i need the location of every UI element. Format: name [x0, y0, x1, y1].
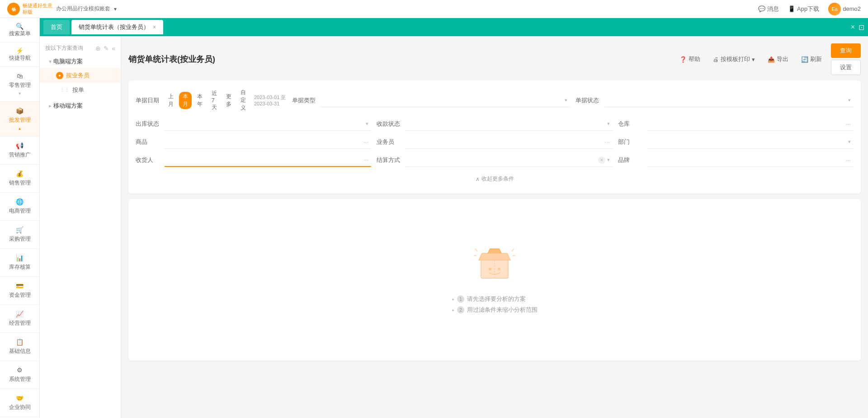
- receipt-status-label: 收款状态: [377, 120, 400, 128]
- settings-button[interactable]: 设置: [831, 60, 861, 75]
- receiver-dots-icon: ···: [363, 156, 369, 163]
- header-right: 💬 消息 📱 App下载 Ea demo2: [758, 3, 861, 15]
- sub-sidebar-group-pc-header[interactable]: ▾ 电脑端方案: [40, 55, 121, 68]
- logo-area: 畅 畅捷通好生意 标版: [7, 3, 52, 15]
- brand-label: 品牌: [618, 156, 642, 164]
- salesperson-select[interactable]: ···: [406, 135, 612, 149]
- header-left: 畅 畅捷通好生意 标版 办公用品行业模拟账套 ▾: [7, 3, 117, 15]
- sidebar: 🔍 搜索菜单 ⚡ 快捷导航 🛍 零售管理 ▾ 📦 批发管理 ▴ 📢 营销推广 💰…: [0, 18, 40, 418]
- logo-text: 畅捷通好生意 标版: [23, 3, 52, 14]
- dept-arrow-icon: ▾: [848, 139, 851, 145]
- sub-sidebar-group-mobile-header[interactable]: ▸ 移动端方案: [40, 99, 121, 113]
- date-tab-this-year[interactable]: 本年: [193, 92, 206, 109]
- maximize-tab-btn[interactable]: ⊡: [859, 23, 864, 32]
- sidebar-item-finance[interactable]: 💳 资金管理: [0, 277, 39, 305]
- filter-row-3: 商品 ··· 业务员 ··· 部门 ▾: [136, 135, 854, 149]
- home-tab-label: 首页: [51, 23, 62, 31]
- date-tab-custom[interactable]: 自定义: [237, 88, 250, 113]
- sidebar-item-retail[interactable]: 🛍 零售管理 ▾: [0, 67, 39, 102]
- sub-sidebar-item-by-salesperson[interactable]: ● 按业务员: [40, 68, 121, 83]
- date-filter-area: 上月 本月 本年 近7天 更多 自定义 2023-03-01 至 2023-03…: [165, 88, 287, 113]
- sub-sidebar-actions: ⊕ ✎ «: [95, 45, 115, 52]
- sidebar-item-operation[interactable]: 📈 经营管理: [0, 305, 39, 333]
- sidebar-item-ecommerce[interactable]: 🌐 电商管理: [0, 193, 39, 221]
- brand-dots-icon: ···: [845, 157, 851, 164]
- filter-row-2: 出库状态 ▾ 收款状态 ▾ 仓库 ···: [136, 117, 854, 131]
- receiver-input[interactable]: ···: [165, 153, 371, 167]
- download-icon: 📱: [788, 5, 795, 12]
- goods-select[interactable]: ···: [165, 135, 371, 149]
- tab-bar-right: × ⊡: [851, 23, 864, 32]
- sidebar-item-system[interactable]: ⚙ 系统管理: [0, 361, 39, 389]
- date-range-text: 2023-03-01 至 2023-03-31: [254, 94, 287, 106]
- tab-bar: 首页 销货单统计表（按业务员） × × ⊡: [40, 18, 868, 36]
- svg-point-9: [498, 268, 500, 271]
- settlement-clear-btn[interactable]: ×: [598, 157, 605, 164]
- dept-select[interactable]: ▾: [647, 135, 854, 149]
- warehouse-select[interactable]: ···: [647, 117, 854, 131]
- search-menu-btn[interactable]: 🔍 搜索菜单: [0, 18, 39, 43]
- avatar: Ea: [828, 3, 841, 15]
- settlement-arrow-icon: ▾: [607, 157, 610, 163]
- collapse-sub-sidebar-btn[interactable]: «: [112, 45, 115, 52]
- add-scheme-btn[interactable]: ⊕: [95, 45, 101, 52]
- minimize-tab-btn[interactable]: ×: [851, 23, 855, 31]
- pc-group-expand-icon: ▾: [49, 58, 52, 65]
- svg-line-5: [512, 249, 514, 251]
- out-status-arrow-icon: ▾: [366, 121, 368, 127]
- collapse-bar[interactable]: ∧ 收起更多条件: [136, 171, 854, 186]
- empty-illustration: [472, 244, 517, 286]
- page-title: 销货单统计表(按业务员): [128, 54, 215, 65]
- doc-status-select[interactable]: ▾: [604, 94, 854, 107]
- refresh-btn[interactable]: 🔄 刷新: [797, 53, 826, 65]
- sidebar-item-sales[interactable]: 💰 销售管理: [0, 165, 39, 193]
- brand-select[interactable]: ···: [647, 153, 854, 167]
- main-layout: 🔍 搜索菜单 ⚡ 快捷导航 🛍 零售管理 ▾ 📦 批发管理 ▴ 📢 营销推广 💰…: [0, 18, 868, 418]
- app-download-btn[interactable]: 📱 App下载: [788, 5, 819, 13]
- doc-type-select[interactable]: ▾: [321, 94, 570, 107]
- sub-sidebar-item-by-order[interactable]: ⋮⋮ 按单: [40, 83, 121, 97]
- sidebar-item-cooperation[interactable]: 🤝 企业协同: [0, 389, 39, 417]
- settlement-select[interactable]: × ▾: [406, 153, 612, 167]
- query-button[interactable]: 查询: [831, 43, 861, 58]
- date-tab-7days[interactable]: 近7天: [208, 89, 221, 112]
- sidebar-item-wholesale[interactable]: 📦 批发管理 ▴: [0, 102, 39, 137]
- empty-state: 1 请先选择要分析的方案 2 用过滤条件来缩小分析范围: [137, 217, 852, 342]
- sub-sidebar-group-pc: ▾ 电脑端方案 ● 按业务员 ⋮⋮ 按单: [40, 55, 121, 97]
- message-btn[interactable]: 💬 消息: [758, 5, 779, 13]
- dept-label: 部门: [618, 138, 642, 146]
- quick-nav-btn[interactable]: ⚡ 快捷导航: [0, 43, 39, 67]
- print-dropdown-icon: ▾: [752, 56, 755, 63]
- sub-sidebar-group-mobile: ▸ 移动端方案: [40, 99, 121, 113]
- header-dropdown[interactable]: ▾: [114, 6, 117, 12]
- edit-scheme-btn[interactable]: ✎: [104, 45, 109, 52]
- receipt-status-select[interactable]: ▾: [406, 117, 612, 131]
- content-area: 首页 销货单统计表（按业务员） × × ⊡ 按以下方案查询 ⊕ ✎ «: [40, 18, 868, 418]
- sidebar-item-inventory[interactable]: 📊 库存核算: [0, 249, 39, 277]
- date-tab-last-month[interactable]: 上月: [165, 92, 177, 109]
- help-btn[interactable]: ❓ 帮助: [676, 53, 704, 65]
- sidebar-item-marketing[interactable]: 📢 营销推广: [0, 137, 39, 165]
- user-area[interactable]: Ea demo2: [828, 3, 861, 15]
- message-icon: 💬: [758, 5, 765, 12]
- salesperson-label: 业务员: [377, 138, 400, 146]
- export-btn[interactable]: 📤 导出: [764, 53, 792, 65]
- tab-home[interactable]: 首页: [43, 20, 70, 34]
- svg-text:畅: 畅: [12, 7, 16, 12]
- out-status-label: 出库状态: [136, 120, 159, 128]
- goods-dots-icon: ···: [363, 138, 369, 146]
- date-tab-more[interactable]: 更多: [222, 92, 235, 109]
- settlement-label: 结算方式: [377, 156, 400, 164]
- goods-label: 商品: [136, 138, 159, 146]
- sidebar-item-purchase[interactable]: 🛒 采购管理: [0, 221, 39, 249]
- date-tab-this-month[interactable]: 本月: [179, 92, 192, 109]
- out-status-select[interactable]: ▾: [165, 117, 371, 131]
- page-actions: ❓ 帮助 🖨 按模板打印 ▾ 📤 导出 🔄: [676, 43, 861, 75]
- receipt-status-arrow-icon: ▾: [607, 121, 610, 127]
- print-btn[interactable]: 🖨 按模板打印 ▾: [709, 53, 759, 65]
- tab-close-btn[interactable]: ×: [153, 24, 156, 30]
- empty-hint-2: 2 用过滤条件来缩小分析范围: [452, 304, 538, 315]
- tab-active[interactable]: 销货单统计表（按业务员） ×: [71, 20, 163, 34]
- date-label: 单据日期: [136, 96, 159, 104]
- sidebar-item-basic[interactable]: 📋 基础信息: [0, 333, 39, 361]
